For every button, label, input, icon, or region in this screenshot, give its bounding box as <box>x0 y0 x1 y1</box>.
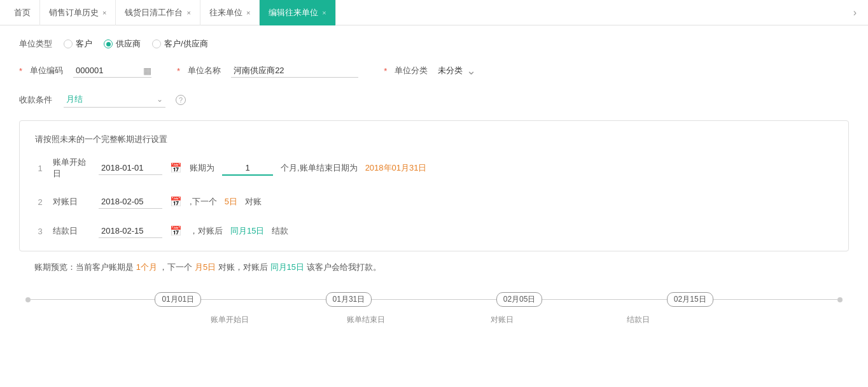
timeline-label-2: 账单结束日 <box>347 314 385 325</box>
tab-home-label: 首页 <box>14 7 31 18</box>
preview-reconcile-action: 对账，对账后 <box>218 262 268 272</box>
copy-icon[interactable]: ▦ <box>143 66 151 76</box>
timeline-pill-3: 02月05日 <box>496 292 543 307</box>
unit-fields-row: * 单位编码 ▦ * 单位名称 * 单位分类 未分类 ⌄ <box>19 64 849 78</box>
tab-edit-partner[interactable]: 编辑往来单位 × <box>260 0 335 25</box>
timeline-node-1: 01月01日 <box>155 292 201 307</box>
preview-text: 账期预览：当前客户账期是 1个月 ，下一个 月5日 对账，对账后 同月15日 该… <box>19 262 849 273</box>
payment-terms-value: 月结 <box>66 94 157 105</box>
timeline-label-3: 对账日 <box>491 314 514 325</box>
period-row2-highlight: 5日 <box>225 196 237 208</box>
preview-suffix: 该客户会给我打款。 <box>307 262 381 272</box>
period-label-1: 账单开始日 <box>53 157 91 179</box>
unit-code-label: 单位编码 <box>30 65 63 76</box>
timeline-label-1: 账单开始日 <box>211 314 249 325</box>
calendar-icon-2[interactable]: 📅 <box>170 196 182 208</box>
calendar-icon-1[interactable]: 📅 <box>170 162 182 174</box>
tab-edit-partner-label: 编辑往来单位 <box>269 7 318 18</box>
period-row3-suffix: 结款 <box>272 225 288 237</box>
preview-period: 1个月 <box>136 262 157 272</box>
period-months-suffix: 个月,账单结束日期为 <box>281 162 358 174</box>
radio-both-label: 客户/供应商 <box>164 38 208 50</box>
calendar-icon-3[interactable]: 📅 <box>170 225 182 237</box>
timeline-segment-4 <box>542 299 666 300</box>
content-area: 单位类型 客户 供应商 客户/供应商 * 单位编码 ▦ <box>0 25 868 387</box>
unit-code-input-wrapper: ▦ <box>73 64 151 78</box>
period-row3-prefix: ，对账后 <box>190 225 223 237</box>
radio-supplier-label: 供应商 <box>116 38 141 50</box>
unit-type-row: 单位类型 客户 供应商 客户/供应商 <box>19 38 849 50</box>
tab-cash-clearing[interactable]: 钱货日清工作台 × <box>116 0 200 25</box>
timeline-label-4: 结款日 <box>627 314 650 325</box>
radio-group: 客户 供应商 客户/供应商 <box>64 38 208 50</box>
tab-partner-close[interactable]: × <box>246 9 250 17</box>
period-date-2[interactable] <box>99 195 162 209</box>
radio-customer[interactable]: 客户 <box>64 38 92 50</box>
required-star-code: * <box>19 66 22 76</box>
period-num-3: 3 <box>35 227 45 236</box>
period-row2-prefix: ,下一个 <box>190 196 217 208</box>
timeline-start-dot <box>25 297 31 302</box>
timeline-pill-2: 01月31日 <box>326 292 372 307</box>
period-row-1: 1 账单开始日 📅 账期为 个月,账单结束日期为 2018年01月31日 <box>35 157 833 179</box>
timeline-pill-1: 01月01日 <box>155 292 201 307</box>
timeline-end-dot <box>837 297 843 302</box>
period-row-3: 3 结款日 📅 ，对账后 同月15日 结款 <box>35 224 833 238</box>
tab-cash-clearing-close[interactable]: × <box>186 9 190 17</box>
radio-both-circle <box>152 39 161 48</box>
unit-category-select[interactable]: 未分类 ⌄ <box>438 64 476 78</box>
tabs-expand-button[interactable]: › <box>847 7 863 18</box>
period-months-input[interactable] <box>222 161 273 176</box>
required-star-category: * <box>384 66 387 76</box>
timeline-pill-4: 02月15日 <box>667 292 713 307</box>
preview-prefix: 账期预览：当前客户账期是 <box>34 262 134 272</box>
radio-both[interactable]: 客户/供应商 <box>152 38 208 50</box>
tab-home[interactable]: 首页 <box>5 0 40 25</box>
period-row2-suffix: 对账 <box>245 196 262 208</box>
period-num-2: 2 <box>35 197 45 207</box>
timeline-node-3: 02月05日 <box>496 292 543 307</box>
unit-name-label: 单位名称 <box>188 65 221 76</box>
timeline-segment-1 <box>31 299 155 300</box>
dropdown-chevron-icon: ⌄ <box>157 95 163 104</box>
period-box-title: 请按照未来的一个完整帐期进行设置 <box>35 134 833 145</box>
timeline-segment-3 <box>372 299 496 300</box>
timeline-labels: 账单开始日 账单结束日 对账日 结款日 <box>25 311 843 325</box>
preview-payment-day: 同月15日 <box>270 262 304 272</box>
period-date-1[interactable] <box>99 161 162 175</box>
timeline-node-2: 01月31日 <box>326 292 372 307</box>
timeline-wrapper: 01月01日 01月31日 02月05日 02月15日 <box>19 286 849 325</box>
period-row3-highlight: 同月15日 <box>230 225 264 237</box>
radio-customer-label: 客户 <box>76 38 92 50</box>
payment-terms-label: 收款条件 <box>19 94 52 106</box>
tab-cash-clearing-label: 钱货日清工作台 <box>125 7 183 18</box>
tab-edit-partner-close[interactable]: × <box>322 9 326 17</box>
unit-category-field: * 单位分类 未分类 ⌄ <box>384 64 476 78</box>
required-star-name: * <box>177 66 180 76</box>
unit-code-field: * 单位编码 ▦ <box>19 64 151 78</box>
radio-customer-circle <box>64 39 73 48</box>
unit-name-input[interactable] <box>231 64 358 78</box>
unit-category-value: 未分类 <box>438 65 463 76</box>
preview-reconcile-day: 月5日 <box>195 262 216 272</box>
help-icon[interactable]: ? <box>176 95 186 105</box>
tab-sales-history[interactable]: 销售订单历史 × <box>40 0 116 25</box>
period-date-3[interactable] <box>99 224 162 238</box>
timeline-segment-5 <box>713 299 837 300</box>
period-num-1: 1 <box>35 164 45 173</box>
radio-supplier-circle <box>104 39 113 48</box>
tab-sales-history-close[interactable]: × <box>102 9 106 17</box>
payment-terms-select[interactable]: 月结 ⌄ <box>64 92 165 108</box>
preview-mid: ，下一个 <box>159 262 192 272</box>
unit-code-input[interactable] <box>73 64 143 77</box>
timeline-node-4: 02月15日 <box>667 292 713 307</box>
unit-category-label: 单位分类 <box>395 65 428 76</box>
period-label-3: 结款日 <box>53 225 91 237</box>
tab-partner-label: 往来单位 <box>209 7 242 18</box>
unit-name-field: * 单位名称 <box>177 64 358 78</box>
period-end-date: 2018年01月31日 <box>365 162 427 174</box>
period-settings-box: 请按照未来的一个完整帐期进行设置 1 账单开始日 📅 账期为 个月,账单结束日期… <box>19 120 849 251</box>
radio-supplier[interactable]: 供应商 <box>104 38 141 50</box>
tab-partner[interactable]: 往来单位 × <box>200 0 260 25</box>
payment-terms-row: 收款条件 月结 ⌄ ? <box>19 92 849 108</box>
